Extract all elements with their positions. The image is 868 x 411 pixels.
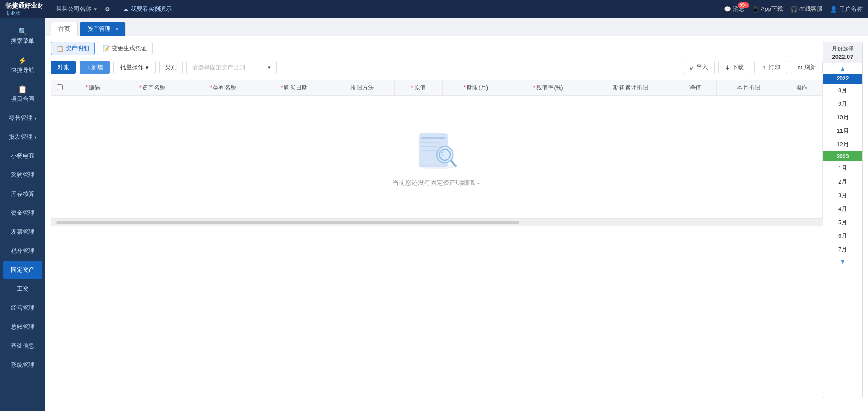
sidebar-label-search: 搜索菜单: [11, 37, 34, 45]
sidebar-item-system[interactable]: 系统管理: [3, 356, 42, 373]
app-download-button[interactable]: 📱 App下载: [752, 5, 783, 13]
download-button[interactable]: ⬇ 下载: [718, 61, 750, 74]
sidebar-item-ledger[interactable]: 总账管理: [3, 318, 42, 335]
sidebar-item-operations[interactable]: 经营管理: [3, 299, 42, 317]
sidebar-item-search[interactable]: 🔍 搜索菜单: [3, 23, 42, 50]
sidebar-label-purchase: 采购管理: [11, 171, 34, 179]
user-menu[interactable]: 👤 用户名称: [830, 5, 863, 13]
print-label: 打印: [769, 63, 780, 71]
month-2023-5[interactable]: 5月: [823, 216, 862, 229]
sub-tab-detail-label: 资产明细: [66, 44, 89, 52]
horizontal-scrollbar[interactable]: [51, 218, 823, 226]
tab-asset-management[interactable]: 资产管理 ×: [80, 22, 126, 36]
month-2023-2[interactable]: 2月: [823, 175, 862, 189]
download-label: 下载: [732, 63, 744, 71]
month-2022-11[interactable]: 11月: [823, 124, 862, 138]
month-2022-8[interactable]: 8月: [823, 84, 862, 97]
import-button[interactable]: ↙ 导入: [683, 61, 715, 74]
close-tab-icon[interactable]: ×: [115, 26, 118, 32]
month-next-btn[interactable]: ▼: [823, 256, 862, 267]
month-2023-3[interactable]: 3月: [823, 189, 862, 202]
sidebar-item-fixed-assets[interactable]: 固定资产: [3, 261, 42, 279]
svg-rect-3: [421, 142, 439, 143]
reconcile-label: 对账: [57, 63, 69, 71]
month-panel: 月份选择 2022.07 ▲ 2022 8月 9月 10月 11月 12月 20…: [823, 42, 863, 398]
sidebar-label-tax: 税务管理: [11, 247, 34, 255]
demo-text: 我要看实例演示: [131, 5, 172, 13]
reconcile-button[interactable]: 对账: [51, 61, 76, 74]
message-icon: 💬: [724, 6, 731, 13]
month-2022-9[interactable]: 9月: [823, 97, 862, 111]
quick-nav-icon: ⚡: [18, 56, 27, 65]
add-label: + 新增: [86, 63, 103, 71]
sidebar-label-ledger: 总账管理: [11, 323, 34, 331]
refresh-button[interactable]: ↻ 刷新: [791, 61, 823, 74]
empty-state: 当前您还没有固定资产明细哦～: [56, 99, 818, 214]
sidebar-label-quick-nav: 快捷导航: [11, 66, 34, 74]
chevron-down-icon: ▼: [93, 7, 98, 12]
company-selector[interactable]: 某某公司名称 ▼: [56, 5, 98, 13]
sidebar-label-basic-info: 基础信息: [11, 342, 34, 350]
sidebar-item-finance[interactable]: 资金管理: [3, 204, 42, 222]
print-icon: 🖨: [761, 64, 767, 71]
month-2022-10[interactable]: 10月: [823, 111, 862, 124]
select-all-checkbox[interactable]: [57, 84, 63, 90]
category-filter[interactable]: 类别: [159, 61, 183, 74]
month-2023-4[interactable]: 4月: [823, 202, 862, 216]
tab-asset-label: 资产管理: [87, 25, 111, 32]
sub-tab-asset-detail[interactable]: 📋 资产明细: [51, 42, 95, 55]
sidebar-item-salary[interactable]: 工资: [3, 280, 42, 298]
settings-icon[interactable]: ⚙: [105, 6, 110, 13]
col-name: *资产名称: [117, 80, 188, 96]
headset-icon: 🎧: [790, 6, 797, 13]
chevron-down-icon: ▾: [34, 116, 37, 121]
search-icon: 🔍: [18, 27, 27, 36]
col-category: *类别名称: [188, 80, 259, 96]
sidebar-item-wholesale[interactable]: 批发管理 ▾: [3, 128, 42, 146]
import-icon: ↙: [689, 64, 694, 71]
sub-tab-change-voucher[interactable]: 📝 变更生成凭证: [97, 42, 153, 55]
sub-tabs: 📋 资产明细 📝 变更生成凭证: [51, 42, 823, 55]
demo-link[interactable]: ☁ 我要看实例演示: [123, 5, 172, 13]
sidebar-label-retail: 零售管理: [9, 114, 33, 122]
sidebar-item-project[interactable]: 📋 项目合同: [3, 80, 42, 108]
brand-area: 畅捷通好业财 专业版: [5, 2, 43, 17]
message-button[interactable]: 💬 消息 99+: [724, 5, 745, 13]
checkbox-col-header[interactable]: [51, 80, 69, 96]
sidebar-item-purchase[interactable]: 采购管理: [3, 166, 42, 184]
sidebar: 🔍 搜索菜单 ⚡ 快捷导航 📋 项目合同 零售管理 ▾ 批发管理 ▾ 小畅电商: [0, 18, 45, 411]
col-monthly-depreciation: 本月折旧: [716, 80, 781, 96]
month-2023-6[interactable]: 6月: [823, 229, 862, 243]
sidebar-item-retail[interactable]: 零售管理 ▾: [3, 109, 42, 127]
month-2023-7[interactable]: 7月: [823, 243, 862, 256]
batch-button[interactable]: 批量操作 ▾: [113, 61, 156, 74]
empty-text: 当前您还没有固定资产明细哦～: [392, 179, 481, 187]
month-2022-12[interactable]: 12月: [823, 138, 862, 151]
refresh-icon: ↻: [797, 64, 802, 71]
page-content: 📋 资产明细 📝 变更生成凭证 对账 + 新增: [45, 36, 868, 411]
chevron-down-icon: ▾: [146, 64, 149, 71]
sidebar-item-invoice[interactable]: 发票管理: [3, 223, 42, 241]
sidebar-item-quick-nav[interactable]: ⚡ 快捷导航: [3, 52, 42, 79]
sidebar-item-inventory[interactable]: 库存核算: [3, 185, 42, 203]
month-2023-1[interactable]: 1月: [823, 161, 862, 175]
print-button[interactable]: 🖨 打印: [754, 61, 787, 74]
month-prev-btn[interactable]: ▲: [823, 63, 862, 74]
sidebar-item-basic-info[interactable]: 基础信息: [3, 337, 42, 354]
sidebar-label-operations: 经营管理: [11, 304, 34, 312]
sidebar-label-inventory: 库存核算: [11, 190, 34, 198]
category-select-dropdown[interactable]: 请选择固定资产类别 ▾: [186, 61, 277, 74]
svg-rect-4: [421, 146, 437, 147]
col-purchase-date: *购买日期: [259, 80, 330, 96]
online-service-button[interactable]: 🎧 在线客服: [790, 5, 823, 13]
online-service-label: 在线客服: [799, 5, 823, 13]
add-button[interactable]: + 新增: [80, 61, 110, 74]
sidebar-item-ecommerce[interactable]: 小畅电商: [3, 147, 42, 165]
scrollbar-thumb[interactable]: [56, 221, 519, 224]
sidebar-item-tax[interactable]: 税务管理: [3, 242, 42, 260]
content-area: 首页 资产管理 × 📋 资产明细 📝 变更生成凭证: [45, 18, 868, 411]
col-net-value: 净值: [675, 80, 716, 96]
tab-home[interactable]: 首页: [51, 22, 78, 36]
batch-label: 批量操作: [120, 63, 144, 71]
sub-tab-voucher-label: 变更生成凭证: [112, 44, 147, 52]
